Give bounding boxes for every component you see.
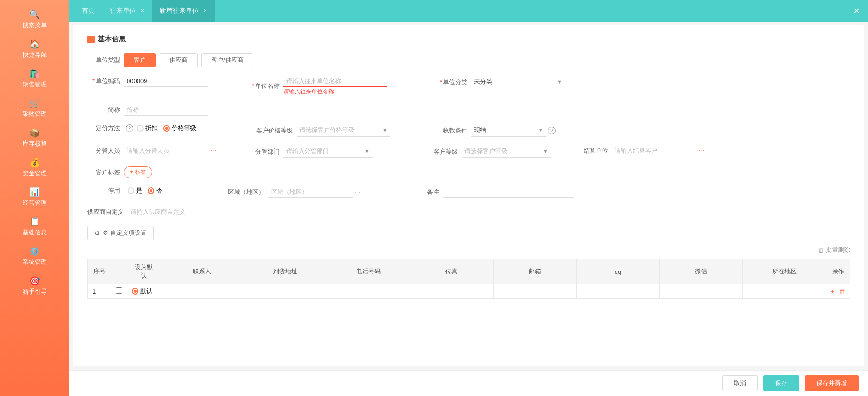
save-new-button[interactable]: 保存并新增	[805, 375, 859, 391]
unit-name-input[interactable]	[283, 76, 387, 87]
custom-settings-button[interactable]: ⚙ ⚙ 自定义项设置	[87, 226, 154, 240]
remark-input[interactable]	[443, 186, 574, 198]
sidebar-item-basics[interactable]: 📋 基础信息	[0, 212, 69, 241]
supplier-custom-label: 供应商自定义	[87, 208, 124, 216]
col-action: 操作	[826, 259, 850, 284]
custom-settings-label: ⚙ 自定义项设置	[103, 229, 147, 237]
row-phone-input[interactable]	[332, 288, 405, 295]
disabled-radio-yes[interactable]: 是	[128, 186, 142, 195]
payment-terms-item: 收款条件 现结 ▼ ?	[434, 124, 850, 137]
pricing-radio-discount[interactable]: 折扣	[137, 124, 158, 132]
tab-partners[interactable]: 往来单位 ✕	[102, 0, 152, 22]
sidebar-item-label: 系统管理	[23, 258, 47, 266]
sidebar-item-label: 基础信息	[23, 228, 47, 237]
table-header-row: 序号 设为默认 联系人 到货地址 电话号码 传真 邮箱 qq 微信 所在地区 操…	[88, 259, 850, 284]
disabled-radio-group: 是 否	[128, 186, 162, 195]
row-checkbox[interactable]	[111, 284, 127, 299]
pricing-radio-level[interactable]: 价格等级	[163, 124, 196, 132]
col-contact: 联系人	[160, 259, 244, 284]
tab-new-partner[interactable]: 新增往来单位 ✕	[152, 0, 215, 22]
settlement-unit-dots[interactable]: ···	[696, 147, 706, 155]
supplier-custom-input[interactable]	[128, 206, 231, 217]
save-button[interactable]: 保存	[763, 375, 799, 391]
row-phone[interactable]	[327, 284, 410, 299]
region-input[interactable]	[268, 186, 353, 198]
unit-category-value: 未分类	[474, 78, 492, 86]
unit-type-btn-customer[interactable]: 客户	[124, 53, 156, 67]
settlement-unit-input[interactable]	[612, 145, 696, 156]
add-tag-button[interactable]: + 标签	[124, 166, 152, 178]
sidebar-item-inventory[interactable]: 📦 库存核算	[0, 123, 69, 153]
row-wechat[interactable]	[660, 284, 743, 299]
pricing-help-icon[interactable]: ?	[126, 124, 133, 132]
inventory-icon: 📦	[30, 128, 40, 138]
region-dots[interactable]: ···	[353, 188, 363, 196]
payment-terms-select[interactable]: 现结 ▼	[471, 124, 546, 137]
row-email-input[interactable]	[498, 288, 571, 295]
sidebar-item-operations[interactable]: 📊 经营管理	[0, 182, 69, 212]
department-select[interactable]: 请输入分管部门 ▼	[283, 145, 373, 158]
alias-input[interactable]	[124, 104, 208, 116]
unit-type-btn-both[interactable]: 客户/供应商	[201, 53, 253, 67]
manager-item: 分管人员 ···	[87, 145, 237, 156]
col-region: 所在地区	[743, 259, 826, 284]
unit-name-error: 请输入往来单位名称	[283, 88, 387, 96]
main-area: 首页 往来单位 ✕ 新增往来单位 ✕ ✕ F 基本信息 单位类型 客户 供应商 …	[69, 0, 868, 396]
sidebar-item-finance[interactable]: 💰 资金管理	[0, 153, 69, 182]
row-delete-btn[interactable]: 🗑	[839, 288, 845, 295]
unit-type-btn-supplier[interactable]: 供应商	[160, 53, 198, 67]
row-no: 1	[88, 284, 111, 299]
section-icon: F	[87, 36, 95, 43]
payment-terms-arrow: ▼	[538, 127, 543, 133]
batch-delete-button[interactable]: 🗑 批量删除	[818, 246, 850, 254]
sidebar-item-sales[interactable]: 🛍️ 销售管理	[0, 64, 69, 93]
row-region[interactable]	[743, 284, 826, 299]
sidebar-item-search[interactable]: 🔍 搜索菜单	[0, 5, 69, 34]
unit-code-input[interactable]	[124, 76, 208, 87]
tab-bar: 首页 往来单位 ✕ 新增往来单位 ✕ ✕	[69, 0, 868, 22]
alias-row: 简称	[87, 104, 850, 116]
row-checkbox-input[interactable]	[116, 287, 122, 294]
operations-icon: 📊	[30, 187, 40, 197]
unit-category-select[interactable]: 未分类 ▼	[471, 76, 565, 88]
row-qq-input[interactable]	[581, 288, 655, 295]
disabled-item: 停用 是 否	[87, 186, 219, 195]
customer-level-select[interactable]: 请选择客户等级 ▼	[462, 145, 551, 158]
alias-item: 简称	[87, 104, 237, 116]
sidebar-item-quicknav[interactable]: 🏠 快捷导航	[0, 34, 69, 64]
row-contact[interactable]	[160, 284, 244, 299]
customer-price-level-select[interactable]: 请选择客户价格等级 ▼	[297, 124, 390, 137]
row-address[interactable]	[244, 284, 327, 299]
row-fax-input[interactable]	[415, 288, 488, 295]
payment-terms-help-icon[interactable]: ?	[548, 127, 556, 134]
tab-partners-close[interactable]: ✕	[140, 8, 145, 14]
col-default: 设为默认	[127, 259, 160, 284]
sidebar-item-guide[interactable]: 🎯 新手引导	[0, 271, 69, 301]
disabled-radio-yes-circle	[128, 187, 134, 194]
tab-new-partner-close[interactable]: ✕	[203, 8, 207, 14]
col-no: 序号	[88, 259, 111, 284]
tab-bar-close-all[interactable]: ✕	[850, 5, 863, 17]
row-contact-input[interactable]	[165, 288, 238, 295]
tab-home[interactable]: 首页	[74, 0, 102, 22]
row-region-input[interactable]	[747, 288, 821, 295]
cancel-button[interactable]: 取消	[722, 375, 758, 391]
row-default-radio[interactable]: 默认	[132, 287, 155, 295]
row-add-btn[interactable]: +	[831, 288, 835, 295]
row-email[interactable]	[493, 284, 576, 299]
disabled-radio-no[interactable]: 否	[148, 186, 162, 195]
sidebar-item-label: 快捷导航	[23, 51, 47, 59]
sidebar-item-purchase[interactable]: 🛒 采购管理	[0, 93, 69, 123]
remark-label: 备注	[406, 188, 439, 196]
row-qq[interactable]	[576, 284, 659, 299]
unit-code-item: 单位编码	[87, 76, 237, 87]
guide-icon: 🎯	[30, 276, 40, 286]
manager-dots[interactable]: ···	[208, 147, 218, 155]
row-wechat-input[interactable]	[664, 288, 738, 295]
row-address-input[interactable]	[249, 288, 322, 295]
unit-info-row: 单位编码 单位名称 请输入往来单位名称 单位分类 未分类 ▼	[87, 76, 850, 96]
customer-price-level-item: 客户价格等级 请选择客户价格等级 ▼	[256, 124, 425, 137]
sidebar-item-system[interactable]: ⚙️ 系统管理	[0, 241, 69, 271]
row-fax[interactable]	[410, 284, 493, 299]
manager-input[interactable]	[124, 145, 208, 156]
